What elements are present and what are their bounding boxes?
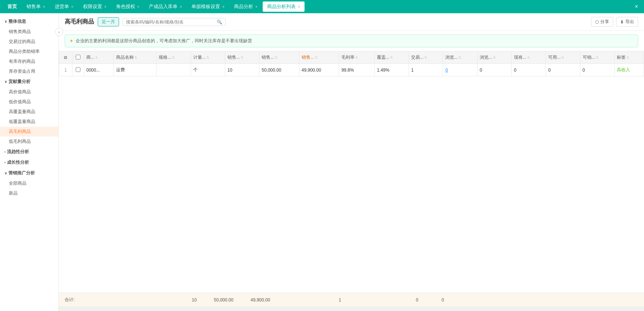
tab-home[interactable]: 首页 xyxy=(3,1,21,12)
tab-sales[interactable]: 销售单 × xyxy=(22,1,50,12)
col-spec[interactable]: 规格...⇅ xyxy=(156,51,191,64)
trend-section-label: 流趋性分析 xyxy=(7,149,29,155)
col-name[interactable]: 商品名称⇅ xyxy=(114,51,156,64)
tab-home-label: 首页 xyxy=(7,3,17,10)
export-label: 导出 xyxy=(625,19,634,25)
sidebar-item-high-coverage[interactable]: 高覆盖量商品 xyxy=(0,107,58,117)
row-gross-margin: 99.8% xyxy=(339,64,375,76)
data-table: ⚙ 商...⇅ 商品名称⇅ 规格...⇅ 计量...⇅ 销售...⇅ 销售...… xyxy=(59,51,644,76)
row-name: 运费 xyxy=(114,64,156,76)
sidebar-item-low-margin[interactable]: 低毛利商品 xyxy=(0,137,58,147)
sidebar-item-low-coverage[interactable]: 低覆盖量商品 xyxy=(0,117,58,127)
col-available[interactable]: 可用...⇅ xyxy=(546,51,580,64)
tab-product-analysis[interactable]: 商品分析 × xyxy=(230,1,262,12)
tab-purchase-close[interactable]: × xyxy=(71,5,73,9)
tab-permissions-close[interactable]: × xyxy=(104,5,107,9)
row-unit: 个 xyxy=(191,64,225,76)
search-icon[interactable]: 🔍 xyxy=(217,19,222,25)
row-sales-qty: 10 xyxy=(225,64,259,76)
page-title: 高毛利商品 xyxy=(65,18,94,26)
search-input[interactable] xyxy=(126,19,215,25)
tab-permissions[interactable]: 权限设置 × xyxy=(79,1,111,12)
sidebar-item-new-products[interactable]: 新品 xyxy=(0,188,58,198)
col-coverage[interactable]: 覆盖...⇅ xyxy=(374,51,409,64)
sidebar-section-contribution[interactable]: ∨ 贡献量分析 xyxy=(0,76,58,87)
tab-roles[interactable]: 角色授权 × xyxy=(112,1,144,12)
footer-total: 合计: 10 50,000.00 49,900.00 1 0 0 xyxy=(59,293,644,307)
col-gross-margin[interactable]: 毛利率⇅ xyxy=(339,51,375,64)
sidebar-toggle-btn[interactable]: « xyxy=(55,28,63,36)
tab-product-analysis-close[interactable]: × xyxy=(255,5,258,9)
window-close-icon[interactable]: × xyxy=(632,3,641,10)
col-views2[interactable]: 浏览...⇅ xyxy=(477,51,511,64)
tab-analysis-list[interactable]: 商品分析列表 × xyxy=(263,1,305,12)
sidebar-section-trend[interactable]: › 流趋性分析 xyxy=(0,147,58,157)
sidebar-item-traded[interactable]: 交易过的商品 xyxy=(0,37,58,47)
total-sales-qty: 10 xyxy=(190,297,212,303)
tab-inbound[interactable]: 产成品入库单 × xyxy=(144,1,186,12)
col-settings[interactable]: ⚙ xyxy=(59,51,72,64)
row-checkbox[interactable] xyxy=(72,64,84,76)
sidebar-item-sales-goods[interactable]: 销售类商品 xyxy=(0,27,58,37)
tab-sales-close[interactable]: × xyxy=(43,5,45,9)
sidebar-item-low-value[interactable]: 低价值商品 xyxy=(0,97,58,107)
sidebar-section-marketing[interactable]: ∨ 营销推广分析 xyxy=(0,168,58,178)
sidebar-item-high-value[interactable]: 高价值商品 xyxy=(0,87,58,97)
tab-purchase[interactable]: 进货单 × xyxy=(50,1,78,12)
info-banner-text: 企业的主要的利润都是这部分商品创造的，可考虑加大推广，同时关注库存是不要出现缺货 xyxy=(76,38,252,44)
table-row: 1 0000... 运费 个 10 50,000.00 49,900.00 99… xyxy=(59,64,644,76)
row-coverage: 1.49% xyxy=(374,64,409,76)
info-icon: ✦ xyxy=(69,38,73,44)
col-transactions[interactable]: 交易...⇅ xyxy=(409,51,443,64)
tab-roles-label: 角色授权 xyxy=(116,3,135,10)
sidebar-item-category-rate[interactable]: 商品分类助销率 xyxy=(0,47,58,57)
row-current-stock: 0 xyxy=(511,64,546,76)
table-wrapper: ⚙ 商...⇅ 商品名称⇅ 规格...⇅ 计量...⇅ 销售...⇅ 销售...… xyxy=(59,51,644,293)
bottom-scrollbar[interactable] xyxy=(59,307,644,311)
col-code[interactable]: 商...⇅ xyxy=(84,51,114,64)
sidebar-section-overall[interactable]: ∨ 整体信息 xyxy=(0,16,58,27)
sidebar-item-all-goods[interactable]: 全部商品 xyxy=(0,178,58,188)
sidebar-item-in-stock[interactable]: 有库存的商品 xyxy=(0,57,58,66)
col-tag[interactable]: 标签⇅ xyxy=(614,51,644,64)
sidebar-item-high-margin[interactable]: 高毛利商品 xyxy=(0,127,58,137)
row-views2: 0 xyxy=(477,64,511,76)
contribution-section-label: 贡献量分析 xyxy=(8,79,30,85)
overall-arrow-icon: ∨ xyxy=(4,19,7,23)
tab-analysis-list-close[interactable]: × xyxy=(298,5,300,9)
row-tag: 高收入 xyxy=(614,64,644,76)
col-current-stock[interactable]: 现有...⇅ xyxy=(511,51,546,64)
table-body: 1 0000... 运费 个 10 50,000.00 49,900.00 99… xyxy=(59,64,644,76)
row-views1: 0 xyxy=(443,64,477,76)
total-current-stock: 0 xyxy=(414,297,439,303)
table-header-row: ⚙ 商...⇅ 商品名称⇅ 规格...⇅ 计量...⇅ 销售...⇅ 销售...… xyxy=(59,51,644,64)
filter-recent-month-btn[interactable]: 近一月 xyxy=(98,17,119,26)
col-sales-profit[interactable]: 销售...⇅ xyxy=(299,51,339,64)
total-label: 合计: xyxy=(65,297,101,303)
sidebar-wrapper: ∨ 整体信息 销售类商品 交易过的商品 商品分类助销率 有库存的商品 库存资金占… xyxy=(0,13,59,311)
tab-inbound-label: 产成品入库单 xyxy=(149,3,177,10)
col-views1[interactable]: 浏览...⇅ xyxy=(443,51,477,64)
tab-template-close[interactable]: × xyxy=(222,5,224,9)
total-empty1 xyxy=(101,297,145,303)
sidebar-section-growth[interactable]: › 成长性分析 xyxy=(0,157,58,168)
select-all-checkbox[interactable] xyxy=(76,55,80,59)
total-available: 0 xyxy=(439,297,465,303)
sidebar-item-stock-capital[interactable]: 库存资金占用 xyxy=(0,66,58,76)
col-sellable[interactable]: 可销...⇅ xyxy=(580,51,614,64)
header-actions: ⬡ 分享 ⬇ 导出 xyxy=(591,17,638,27)
col-sales-qty[interactable]: 销售...⇅ xyxy=(225,51,259,64)
total-empty3 xyxy=(285,297,311,303)
row-sales-amount: 50,000.00 xyxy=(259,64,299,76)
share-btn[interactable]: ⬡ 分享 xyxy=(591,17,613,27)
tab-inbound-close[interactable]: × xyxy=(180,5,182,9)
col-sales-amount[interactable]: 销售...⇅ xyxy=(259,51,299,64)
total-sales-profit: 49,900.00 xyxy=(248,297,285,303)
tab-template[interactable]: 单据模板设置 × xyxy=(187,1,229,12)
col-checkbox[interactable] xyxy=(72,51,84,64)
export-btn[interactable]: ⬇ 导出 xyxy=(616,17,638,27)
export-icon: ⬇ xyxy=(620,19,624,25)
col-unit[interactable]: 计量...⇅ xyxy=(191,51,225,64)
nav-right: × xyxy=(632,3,641,10)
tab-roles-close[interactable]: × xyxy=(137,5,140,9)
